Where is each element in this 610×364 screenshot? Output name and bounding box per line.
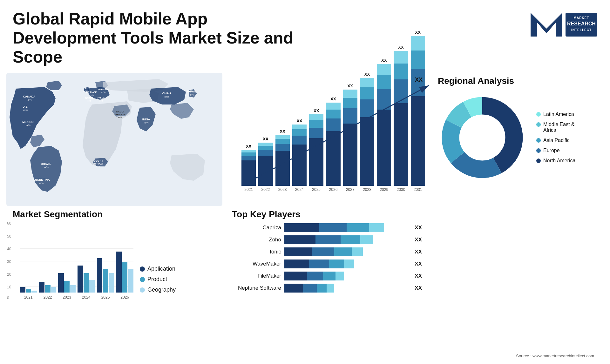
svg-point-45	[461, 116, 504, 159]
bar-group-2026: XX 2026	[326, 97, 340, 192]
legend-product: Product	[140, 276, 176, 283]
svg-text:xx%: xx%	[118, 116, 122, 118]
player-bar-zoho	[284, 235, 409, 244]
world-map-container: CANADA xx% U.S. xx% MEXICO xx% BRAZIL xx…	[6, 73, 222, 206]
bar-group-2031: XX 2031	[411, 30, 425, 192]
right-column: Regional Analysis	[431, 73, 604, 364]
dot-europe	[536, 148, 541, 153]
seg-bar	[31, 291, 37, 293]
seg-bar	[39, 282, 45, 293]
svg-text:xx%: xx%	[27, 98, 31, 101]
header: Global Rapid Mobile App Development Tool…	[0, 0, 610, 73]
donut-and-legend: Latin America Middle East &Africa Asia P…	[438, 93, 597, 182]
legend-dot-geography	[140, 287, 145, 293]
player-bar-filemaker	[284, 272, 409, 280]
svg-text:RESEARCH: RESEARCH	[567, 21, 596, 26]
svg-text:SPAIN: SPAIN	[85, 97, 93, 99]
y-label-60: 60	[7, 221, 11, 226]
svg-text:xx%: xx%	[96, 165, 100, 168]
svg-text:xx%: xx%	[101, 91, 105, 93]
player-xx-wavemaker: XX	[415, 261, 422, 267]
bar-group-2023: XX 2023	[275, 129, 290, 192]
bar-group-2028: XX 2028	[360, 72, 374, 192]
player-xx-capriza: XX	[415, 225, 422, 231]
player-name-ionic: Ionic	[232, 249, 281, 255]
middle-column: XX XX 2021 XX	[222, 73, 431, 364]
label-latin-america: Latin America	[543, 111, 574, 117]
bar-group-2030: XX 2030	[394, 45, 408, 192]
regional-title: Regional Analysis	[438, 76, 597, 86]
legend-geography: Geography	[140, 286, 176, 293]
svg-text:xx%: xx%	[99, 100, 103, 102]
legend-application: Application	[140, 266, 176, 272]
seg-bar	[45, 285, 51, 293]
x-label: 2026	[116, 295, 133, 300]
svg-text:xx%: xx%	[23, 109, 28, 111]
legend-dot-product	[140, 277, 145, 282]
svg-text:xx%: xx%	[144, 121, 148, 124]
seg-bar	[58, 273, 64, 293]
svg-marker-0	[531, 13, 562, 37]
key-players-section: Top Key Players Capriza XX Zoho	[226, 206, 428, 364]
dot-middle-east	[536, 122, 541, 127]
seg-bar	[103, 269, 108, 293]
y-label-50: 50	[7, 234, 11, 239]
svg-text:SOUTH: SOUTH	[94, 159, 103, 162]
legend-latin-america: Latin America	[536, 111, 575, 117]
svg-text:xx%: xx%	[44, 166, 48, 169]
bar-chart-section: XX XX 2021 XX	[226, 73, 428, 206]
svg-text:BRAZIL: BRAZIL	[41, 162, 51, 165]
seg-bar	[84, 273, 89, 293]
seg-bar	[78, 266, 83, 293]
legend-label-application: Application	[147, 266, 175, 272]
top-xx-label: XX	[415, 77, 423, 83]
svg-text:GERMANY: GERMANY	[97, 88, 110, 91]
label-middle-east: Middle East &Africa	[543, 122, 575, 133]
players-list: Capriza XX Zoho	[232, 223, 422, 293]
svg-text:U.S.: U.S.	[23, 105, 28, 108]
svg-text:xx%: xx%	[164, 95, 169, 98]
y-label-0: 0	[7, 296, 9, 300]
bar-group-2024: XX 2024	[292, 118, 307, 192]
player-row-filemaker: FileMaker XX	[232, 272, 422, 280]
page-title: Global Rapid Mobile App Development Tool…	[13, 10, 299, 66]
seg-bar	[97, 258, 103, 293]
dot-north-america	[536, 158, 541, 163]
world-map-svg: CANADA xx% U.S. xx% MEXICO xx% BRAZIL xx…	[6, 73, 222, 206]
svg-text:ARGENTINA: ARGENTINA	[33, 178, 50, 181]
seg-chart: 60 50 40 30 20 10 0	[13, 223, 133, 300]
legend-label-geography: Geography	[147, 286, 176, 293]
legend-asia-pacific: Asia Pacific	[536, 138, 575, 143]
y-label-30: 30	[7, 260, 11, 264]
logo-area: MARKET RESEARCH INTELLECT	[521, 10, 597, 41]
legend-middle-east: Middle East &Africa	[536, 122, 575, 133]
x-label: 2024	[78, 295, 95, 300]
source-text: Source : www.marketresearchintellect.com	[503, 351, 607, 361]
bar-group-2027: XX 2027	[343, 84, 357, 192]
svg-text:JAPAN: JAPAN	[186, 90, 196, 93]
seg-bar	[122, 262, 128, 293]
seg-bar	[116, 252, 122, 293]
svg-text:MARKET: MARKET	[574, 16, 589, 20]
svg-text:INTELLECT: INTELLECT	[571, 28, 592, 32]
player-xx-filemaker: XX	[415, 273, 422, 279]
donut-legend: Latin America Middle East &Africa Asia P…	[536, 111, 575, 164]
svg-text:xx%: xx%	[189, 93, 193, 96]
svg-text:xx%: xx%	[39, 182, 44, 185]
player-name-neptune: Neptune Software	[232, 285, 281, 291]
bar-group-2029: XX 2029	[377, 58, 391, 192]
player-row-wavemaker: WaveMaker XX	[232, 260, 422, 268]
player-xx-neptune: XX	[415, 285, 422, 291]
player-xx-ionic: XX	[415, 249, 422, 255]
seg-bar	[70, 285, 76, 293]
seg-bar	[51, 287, 57, 293]
label-north-america: North America	[543, 158, 575, 164]
logo-svg: MARKET RESEARCH INTELLECT	[521, 10, 597, 41]
player-bar-ionic	[284, 247, 409, 256]
y-label-10: 10	[7, 285, 11, 289]
seg-bar	[128, 269, 133, 293]
label-europe: Europe	[543, 148, 560, 153]
svg-text:INDIA: INDIA	[142, 118, 150, 121]
player-row-neptune: Neptune Software XX	[232, 284, 422, 293]
legend-europe: Europe	[536, 148, 575, 153]
